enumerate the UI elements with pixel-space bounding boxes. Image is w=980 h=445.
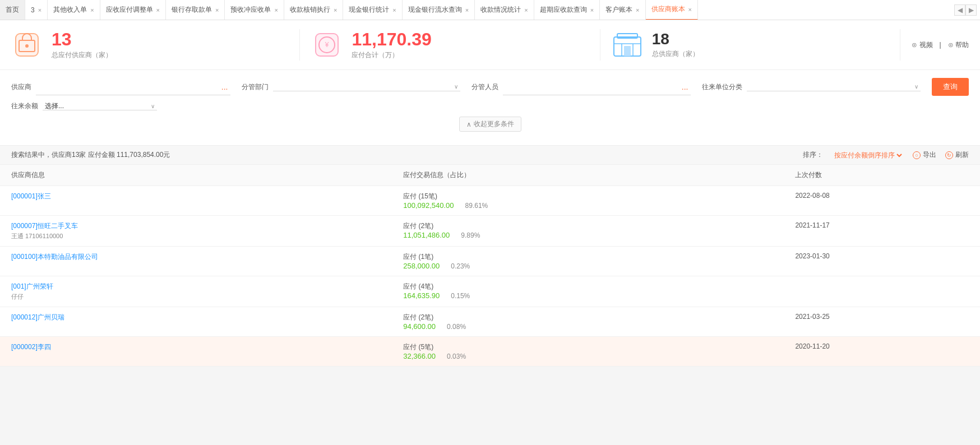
dept-filter-label: 分管部门 bbox=[242, 82, 269, 92]
tx-info-cell: 应付 (4笔)164,635.900.15% bbox=[392, 276, 784, 307]
supplier-table: 供应商信息 应付交易信息（占比） 上次付数 [000001]张三应付 (15笔)… bbox=[0, 165, 980, 367]
stat-payable-amount-icon: ¥ bbox=[311, 29, 343, 61]
dept-arrow-icon: ∨ bbox=[454, 84, 458, 90]
tx-label-line: 应付 (2笔) bbox=[403, 313, 773, 322]
tx-count: (15笔) bbox=[419, 192, 437, 200]
supplier-name-link[interactable]: [000001]张三 bbox=[11, 192, 51, 200]
nav-tab-cash-bank-stat[interactable]: 现金银行统计 × bbox=[343, 0, 402, 20]
th-tx-info: 应付交易信息（占比） bbox=[392, 165, 784, 186]
nav-tab-payment-stat-close[interactable]: × bbox=[524, 7, 528, 13]
nav-tab-cash-bank-stat-close[interactable]: × bbox=[392, 7, 396, 13]
last-payment-cell: 2023-01-30 bbox=[784, 247, 980, 276]
nav-tab-bank-deposit-close[interactable]: × bbox=[215, 7, 219, 13]
stat-payable-amount-label: 应付合计（万） bbox=[352, 50, 431, 60]
amount-percentage: 9.89% bbox=[461, 231, 480, 239]
dept-select-container: ∨ bbox=[273, 83, 461, 91]
amount-value[interactable]: 100,092,540.00 bbox=[403, 201, 454, 210]
video-link[interactable]: ⊙ 视频 bbox=[912, 40, 932, 50]
nav-tab-customer-account-close[interactable]: × bbox=[636, 7, 639, 13]
nav-tab-supplier-account-close[interactable]: × bbox=[688, 6, 692, 13]
amount-percentage: 0.03% bbox=[447, 353, 466, 360]
stat-total-suppliers-value: 18 bbox=[652, 31, 699, 47]
nav-tab-ap-adjust-close[interactable]: × bbox=[156, 7, 160, 13]
supplier-input[interactable] bbox=[38, 79, 221, 95]
nav-tab-payment-verify-close[interactable]: × bbox=[334, 7, 337, 13]
person-input[interactable] bbox=[505, 79, 682, 95]
nav-tab-payment-stat[interactable]: 收款情况统计 × bbox=[475, 0, 534, 20]
nav-tab-customer-account[interactable]: 客户账本 × bbox=[600, 0, 645, 20]
tx-label-line: 应付 (2笔) bbox=[403, 221, 773, 231]
collapse-button[interactable]: ∧ 收起更多条件 bbox=[459, 117, 521, 132]
result-actions: 排序： 按应付余额倒序排序 ○ 导出 ↻ 刷新 bbox=[803, 150, 969, 160]
nav-tab-cash-bank-flow-close[interactable]: × bbox=[465, 7, 469, 13]
nav-tab-cash-bank-flow[interactable]: 现金银行流水查询 × bbox=[403, 0, 475, 20]
balance-select[interactable]: 选择... bbox=[45, 102, 151, 110]
video-icon: ⊙ bbox=[912, 41, 917, 49]
help-link[interactable]: ⊙ 帮助 bbox=[948, 40, 969, 50]
amount-value[interactable]: 32,366.00 bbox=[403, 352, 436, 360]
amount-value[interactable]: 164,635.90 bbox=[403, 291, 440, 300]
filter-person: 分管人员 ... bbox=[471, 79, 691, 95]
person-dots-icon[interactable]: ... bbox=[682, 82, 688, 91]
nav-prev-button[interactable]: ◀ bbox=[954, 4, 965, 16]
stat-total-suppliers-label: 总供应商（家） bbox=[652, 49, 699, 59]
tx-info-cell: 应付 (15笔)100,092,540.0089.61% bbox=[392, 186, 784, 216]
supplier-name-link[interactable]: [000012]广州贝瑞 bbox=[11, 313, 64, 321]
last-payment-date: 2021-11-17 bbox=[795, 221, 829, 229]
refresh-link[interactable]: ↻ 刷新 bbox=[945, 150, 969, 160]
tx-type-label: 应付 bbox=[403, 253, 418, 261]
result-bar: 搜索结果中，供应商13家 应付金额 111,703,854.00元 排序： 按应… bbox=[0, 146, 980, 165]
nav-tab-prepay-receive[interactable]: 预收冲应收单 × bbox=[225, 0, 284, 20]
nav-tab-other-income[interactable]: 其他收入单 × bbox=[48, 0, 100, 20]
data-table-container: 供应商信息 应付交易信息（占比） 上次付数 [000001]张三应付 (15笔)… bbox=[0, 165, 980, 367]
filter-row-2: 往来余额 选择... ∨ bbox=[11, 101, 969, 111]
nav-tab-bank-deposit-label: 银行存取款单 bbox=[172, 5, 212, 15]
nav-tab-ap-adjust[interactable]: 应收应付调整单 × bbox=[100, 0, 166, 20]
last-payment-cell: 2020-11-20 bbox=[784, 337, 980, 367]
th-supplier-info: 供应商信息 bbox=[0, 165, 392, 186]
amount-value[interactable]: 94,600.00 bbox=[403, 322, 436, 331]
nav-tab-3[interactable]: 3 × bbox=[25, 0, 48, 20]
nav-tab-bank-deposit[interactable]: 银行存取款单 × bbox=[166, 0, 225, 20]
nav-next-button[interactable]: ▶ bbox=[965, 4, 977, 16]
balance-filter-label: 往来余额 bbox=[11, 101, 38, 111]
nav-tab-other-income-close[interactable]: × bbox=[90, 7, 94, 13]
sort-select[interactable]: 按应付余额倒序排序 bbox=[832, 151, 904, 160]
dept-select[interactable] bbox=[275, 83, 455, 91]
amount-value[interactable]: 11,051,486.00 bbox=[403, 231, 450, 239]
nav-tab-prepay-receive-close[interactable]: × bbox=[274, 7, 278, 13]
svg-point-2 bbox=[25, 44, 29, 48]
export-link[interactable]: ○ 导出 bbox=[913, 150, 936, 160]
svg-rect-11 bbox=[624, 46, 631, 56]
tx-label-line: 应付 (15笔) bbox=[403, 192, 773, 201]
supplier-name-link[interactable]: [000002]李四 bbox=[11, 343, 51, 351]
balance-select-container: 选择... ∨ bbox=[43, 102, 157, 110]
nav-tab-overdue-query[interactable]: 超期应收款查询 × bbox=[534, 0, 600, 20]
supplier-name-link[interactable]: [000100]本特勤油品有限公司 bbox=[11, 253, 98, 261]
stat-payable-suppliers-label: 总应付供应商（家） bbox=[52, 50, 112, 60]
supplier-input-container: ... bbox=[36, 79, 230, 95]
nav-tab-overdue-query-close[interactable]: × bbox=[590, 7, 594, 13]
stat-total-suppliers-content: 18 总供应商（家） bbox=[652, 31, 699, 59]
last-payment-date: 2022-08-08 bbox=[795, 192, 829, 200]
amount-row: 11,051,486.009.89% bbox=[403, 231, 773, 239]
export-icon: ○ bbox=[913, 151, 921, 159]
nav-tab-payment-stat-label: 收款情况统计 bbox=[480, 5, 521, 15]
person-input-container: ... bbox=[503, 79, 691, 95]
tx-count: (2笔) bbox=[419, 222, 434, 230]
nav-tab-supplier-account[interactable]: 供应商账本 × bbox=[646, 0, 698, 20]
nav-tab-home[interactable]: 首页 bbox=[0, 0, 25, 20]
category-select[interactable] bbox=[749, 83, 915, 91]
tx-count: (5笔) bbox=[419, 343, 434, 351]
supplier-name-link[interactable]: [001]广州荣轩 bbox=[11, 282, 53, 290]
amount-row: 258,000.000.23% bbox=[403, 262, 773, 270]
nav-tab-3-close[interactable]: × bbox=[38, 7, 41, 13]
table-row: [000001]张三应付 (15笔)100,092,540.0089.61%20… bbox=[0, 186, 980, 216]
amount-value[interactable]: 258,000.00 bbox=[403, 262, 440, 270]
supplier-info-cell: [000001]张三 bbox=[0, 186, 392, 216]
supplier-name-link[interactable]: [000007]恒旺二手叉车 bbox=[11, 222, 78, 230]
query-button[interactable]: 查询 bbox=[932, 78, 969, 96]
tx-type-label: 应付 bbox=[403, 282, 418, 290]
nav-tab-payment-verify[interactable]: 收款核销执行 × bbox=[284, 0, 343, 20]
supplier-dots-icon[interactable]: ... bbox=[221, 82, 228, 91]
